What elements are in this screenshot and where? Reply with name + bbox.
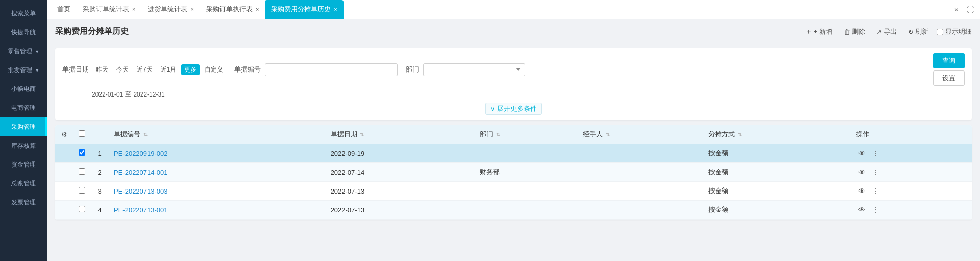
tab-po-exec[interactable]: 采购订单执行表 ×	[200, 0, 265, 19]
row-checkbox[interactable]	[79, 187, 85, 194]
cell-dept: 财务部	[475, 163, 578, 182]
cell-index: 4	[90, 201, 109, 220]
date-shortcut-buttons: 昨天 今天 近7天 近1月 更多 自定义	[93, 64, 226, 75]
export-button[interactable]: ↗ 导出	[873, 26, 900, 38]
doc-no-link[interactable]: PE-20220919-002	[114, 150, 168, 157]
cell-handler	[578, 144, 703, 163]
sidebar-item-label: 库存核算	[2, 141, 45, 150]
chevron-down-icon: ∨	[490, 105, 495, 113]
date-btn-7days[interactable]: 近7天	[134, 64, 156, 75]
more-action-icon[interactable]: ⋮	[870, 186, 881, 196]
tab-cost-split-close[interactable]: ×	[334, 6, 337, 12]
cell-doc-date: 2022-09-19	[326, 144, 475, 163]
th-split-method: 分摊方式 ⇅	[703, 125, 851, 144]
date-label: 单据日期	[62, 65, 89, 74]
cell-dept	[475, 182, 578, 201]
cell-doc-date: 2022-07-13	[326, 201, 475, 220]
view-action-icon[interactable]: 👁	[856, 205, 867, 215]
th-split-method-label: 分摊方式	[708, 130, 735, 138]
refresh-icon: ↻	[908, 28, 914, 36]
sidebar-item-inventory[interactable]: 库存核算	[0, 136, 47, 155]
tab-cost-split-label: 采购费用分摊单历史	[271, 5, 331, 14]
cell-doc-no: PE-20220713-001	[109, 201, 326, 220]
sidebar-item-purchase[interactable]: 采购管理	[0, 117, 47, 136]
show-detail-checkbox[interactable]: 显示明细	[937, 27, 972, 36]
sort-icon-doc-date[interactable]: ⇅	[360, 132, 364, 137]
cell-action: 👁 ⋮	[851, 201, 972, 220]
cell-doc-no: PE-20220713-003	[109, 182, 326, 201]
doc-no-label: 单据编号	[234, 65, 261, 74]
sidebar-item-label: 资金管理	[2, 160, 45, 169]
sort-icon-dept[interactable]: ⇅	[496, 132, 500, 137]
sidebar-item-finance[interactable]: 资金管理	[0, 155, 47, 174]
sidebar-item-search[interactable]: 搜索菜单	[0, 4, 47, 23]
date-btn-more[interactable]: 更多	[181, 64, 200, 75]
table-row: 1 PE-20220919-002 2022-09-19 按金额 👁 ⋮	[55, 144, 972, 163]
more-action-icon[interactable]: ⋮	[870, 167, 881, 177]
sidebar-item-label: 快捷导航	[2, 28, 45, 37]
sort-icon-split-method[interactable]: ⇅	[738, 132, 742, 137]
cell-gear	[55, 163, 74, 182]
query-button[interactable]: 查询	[933, 53, 965, 68]
sidebar-item-retail[interactable]: 零售管理 ▼	[0, 42, 47, 61]
view-action-icon[interactable]: 👁	[856, 186, 867, 196]
row-checkbox[interactable]	[79, 149, 85, 156]
sidebar-item-label: 批发管理 ▼	[2, 66, 45, 75]
tab-po-exec-label: 采购订单执行表	[206, 5, 253, 14]
delete-button[interactable]: 🗑 删除	[841, 26, 868, 38]
cell-gear	[55, 144, 74, 163]
tab-po-summary-close[interactable]: ×	[132, 6, 135, 12]
view-action-icon[interactable]: 👁	[856, 148, 867, 158]
setting-button[interactable]: 设置	[933, 70, 965, 86]
more-action-icon[interactable]: ⋮	[870, 205, 881, 215]
cell-gear	[55, 201, 74, 220]
cell-split-method: 按金额	[703, 163, 851, 182]
doc-no-link[interactable]: PE-20220713-003	[114, 187, 168, 195]
th-settings[interactable]: ⚙	[55, 125, 74, 144]
sidebar-item-ecommerce[interactable]: 电商管理	[0, 99, 47, 117]
show-detail-input[interactable]	[937, 29, 943, 35]
tab-maximize-icon[interactable]: ⛶	[965, 5, 976, 15]
cell-handler	[578, 201, 703, 220]
date-btn-today[interactable]: 今天	[113, 64, 132, 75]
tab-cost-split[interactable]: 采购费用分摊单历史 ×	[265, 0, 343, 19]
select-all-checkbox[interactable]	[79, 130, 85, 137]
tab-close-all-icon[interactable]: ×	[952, 5, 961, 15]
th-handler: 经手人 ⇅	[578, 125, 703, 144]
date-from-value: 2022-01-01	[92, 91, 123, 98]
sidebar-item-ledger[interactable]: 总账管理	[0, 174, 47, 193]
row-checkbox[interactable]	[79, 168, 85, 175]
th-doc-no: 单据编号 ⇅	[109, 125, 326, 144]
table-row: 4 PE-20220713-001 2022-07-13 按金额 👁 ⋮	[55, 201, 972, 220]
tab-po-summary[interactable]: 采购订单统计表 ×	[77, 0, 141, 19]
date-btn-yesterday[interactable]: 昨天	[93, 64, 111, 75]
sidebar-item-wechat[interactable]: 小畅电商	[0, 80, 47, 99]
refresh-button[interactable]: ↻ 刷新	[905, 26, 932, 38]
row-checkbox[interactable]	[79, 206, 85, 212]
date-btn-custom[interactable]: 自定义	[202, 64, 226, 75]
th-handler-label: 经手人	[583, 130, 603, 138]
view-action-icon[interactable]: 👁	[856, 167, 867, 177]
sort-icon-doc-no[interactable]: ⇅	[143, 132, 148, 137]
sidebar-item-invoice[interactable]: 发票管理	[0, 193, 47, 212]
date-to-value: 2022-12-31	[133, 91, 164, 98]
sidebar: 搜索菜单 快捷导航 零售管理 ▼ 批发管理 ▼ 小畅电商 电商管理 采购管理 库…	[0, 0, 47, 261]
sidebar-item-wholesale[interactable]: 批发管理 ▼	[0, 61, 47, 80]
sidebar-item-quick[interactable]: 快捷导航	[0, 23, 47, 42]
doc-no-link[interactable]: PE-20220713-001	[114, 206, 168, 214]
tab-receive-summary[interactable]: 进货单统计表 ×	[141, 0, 200, 19]
tabs-bar: 首页 采购订单统计表 × 进货单统计表 × 采购订单执行表 × 采购费用分摊单历…	[47, 0, 980, 19]
sort-icon-handler[interactable]: ⇅	[606, 132, 610, 137]
tab-po-exec-close[interactable]: ×	[256, 6, 259, 12]
expand-button[interactable]: ∨ 展开更多条件	[485, 103, 542, 115]
date-btn-1month[interactable]: 近1月	[158, 64, 180, 75]
th-doc-date-label: 单据日期	[331, 130, 357, 138]
dept-select[interactable]: 财务部	[423, 63, 525, 76]
add-button[interactable]: ＋ + 新增	[802, 26, 836, 38]
doc-no-link[interactable]: PE-20220714-001	[114, 169, 168, 176]
table-row: 3 PE-20220713-003 2022-07-13 按金额 👁 ⋮	[55, 182, 972, 201]
doc-no-input[interactable]	[265, 63, 398, 76]
more-action-icon[interactable]: ⋮	[870, 148, 881, 158]
tab-home[interactable]: 首页	[51, 0, 77, 19]
tab-receive-summary-close[interactable]: ×	[190, 6, 193, 12]
